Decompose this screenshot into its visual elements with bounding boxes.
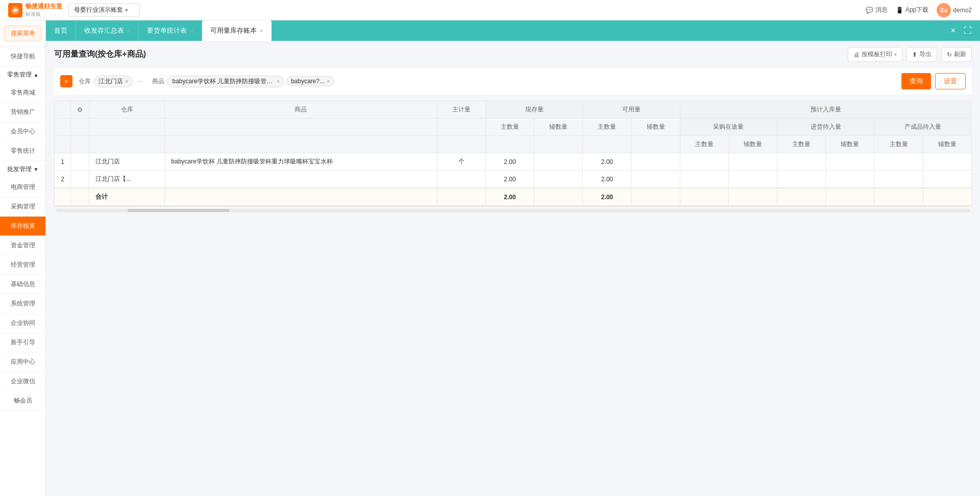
- tab-close-ledger[interactable]: ×: [260, 28, 263, 34]
- footer-avail-main: 2.00: [583, 188, 631, 206]
- td-stock-main-2: 2.00: [485, 171, 534, 188]
- horizontal-scrollbar[interactable]: [54, 206, 972, 214]
- filter-expand-btn[interactable]: »: [60, 75, 72, 87]
- td-stock-aux-2: [534, 171, 583, 188]
- tab-available-ledger[interactable]: 可用量库存账本 ×: [202, 20, 272, 41]
- sidebar-item-vip[interactable]: 畅会员: [0, 391, 45, 411]
- sidebar-item-wecom[interactable]: 企业微信: [0, 372, 45, 391]
- th-empty-8: [583, 136, 631, 153]
- product-tag-1[interactable]: babycare学饮杯 儿童防摔防撞吸管杯重力球吸嘴杯宝宝水杯 ×: [167, 76, 284, 87]
- close-all-tabs-btn[interactable]: ×: [949, 25, 958, 36]
- th-warehouse: 仓库: [89, 101, 165, 119]
- td-pp-main-2: [874, 171, 923, 188]
- sidebar-item-appstore[interactable]: 应用中心: [0, 352, 45, 372]
- print-icon: 🖨: [853, 51, 860, 58]
- sidebar-item-quick-nav[interactable]: 快捷导航: [0, 47, 45, 66]
- sidebar-item-ecommerce[interactable]: 电商管理: [0, 178, 45, 197]
- setting-btn[interactable]: 设置: [935, 73, 966, 89]
- sidebar-item-inventory[interactable]: 库存核算: [0, 217, 45, 236]
- footer-ip-aux: [826, 188, 874, 206]
- sidebar-item-wholesale[interactable]: 批发管理 ▼: [0, 161, 45, 178]
- footer-pt-aux: [728, 188, 777, 206]
- td-pp-aux-2: [923, 171, 971, 188]
- footer-avail-aux: [631, 188, 680, 206]
- td-avail-main-1: 2.00: [583, 153, 631, 171]
- logo: 畅捷通好生意 标准版: [8, 2, 62, 18]
- sidebar-item-finance[interactable]: 资金管理: [0, 236, 45, 255]
- td-unit-1: 个: [437, 153, 485, 171]
- filter-bar: » 仓库 江北门店 × ··· 商品 babycare: [54, 68, 972, 95]
- sidebar-item-retail-mall[interactable]: 零售商城: [0, 83, 45, 103]
- refresh-icon: ↻: [947, 51, 952, 58]
- footer-empty-1: [55, 188, 71, 206]
- th-empty-2: [71, 136, 89, 153]
- avatar: Ea: [937, 3, 951, 17]
- tab-close-receipt[interactable]: ×: [127, 28, 130, 34]
- th-empty-4: [165, 136, 437, 153]
- search-menu-btn[interactable]: 搜索菜单: [4, 26, 41, 41]
- th-warehouse-sub: [89, 119, 165, 136]
- main-layout: 搜索菜单 快捷导航 零售管理 ▲ 零售商城 营销推广 会员中心 零售统计 批发管…: [0, 0, 980, 496]
- th-product-sub: [165, 119, 437, 136]
- top-bar-left: 畅捷通好生意 标准版 母婴行业演示账套 ▾: [8, 2, 140, 18]
- sidebar-item-member[interactable]: 会员中心: [0, 122, 45, 141]
- sidebar-item-operation[interactable]: 经营管理: [0, 255, 45, 275]
- tab-receipt-summary[interactable]: 收发存汇总表 ×: [76, 20, 139, 41]
- th-settings-sub: [71, 119, 89, 136]
- th-production-main: 主数量: [874, 136, 923, 153]
- footer-empty-2: [71, 188, 89, 206]
- remove-product-tag-1-btn[interactable]: ×: [276, 78, 279, 84]
- warehouse-more-btn[interactable]: ···: [135, 77, 146, 86]
- page-actions: 🖨 按模板打印 ▾ ⬆ 导出 ↻ 刷新: [848, 47, 972, 62]
- th-purchase-transit-group: 采购在途量: [680, 119, 777, 136]
- print-template-btn[interactable]: 🖨 按模板打印 ▾: [848, 47, 902, 62]
- td-settings-1: [71, 153, 89, 171]
- footer-stock-aux: [534, 188, 583, 206]
- tab-close-order[interactable]: ×: [190, 28, 193, 34]
- sidebar-item-marketing[interactable]: 营销推广: [0, 103, 45, 122]
- industry-select[interactable]: 母婴行业演示账套 ▾: [68, 3, 140, 17]
- user-profile[interactable]: Ea demo2: [937, 3, 972, 17]
- th-inbound-main: 主数量: [777, 136, 826, 153]
- th-available-main: 主数量: [583, 119, 631, 136]
- export-btn[interactable]: ⬆ 导出: [906, 47, 937, 62]
- sidebar-item-basic[interactable]: 基础信息: [0, 275, 45, 294]
- td-pt-aux-2: [728, 171, 777, 188]
- footer-pt-main: [680, 188, 728, 206]
- sidebar-item-enterprise[interactable]: 企业协同: [0, 314, 45, 333]
- sidebar-item-retail[interactable]: 零售管理 ▲: [0, 66, 45, 83]
- sidebar-item-retail-stats[interactable]: 零售统计: [0, 141, 45, 161]
- th-settings[interactable]: ⚙: [71, 101, 89, 119]
- tab-order-stats[interactable]: 要货单统计表 ×: [139, 20, 202, 41]
- remove-warehouse-tag-btn[interactable]: ×: [125, 78, 128, 84]
- td-avail-main-2: 2.00: [583, 171, 631, 188]
- message-btn[interactable]: 💬 消息: [866, 6, 888, 14]
- fullscreen-btn[interactable]: ⛶: [962, 25, 974, 36]
- th-purchase-aux: 辅数量: [728, 136, 777, 153]
- warehouse-tag-1[interactable]: 江北门店 ×: [94, 76, 133, 87]
- query-btn[interactable]: 查询: [901, 73, 931, 89]
- footer-pp-aux: [923, 188, 971, 206]
- tab-bar: 首页 收发存汇总表 × 要货单统计表 × 可用量库存账本 × × ⛶: [46, 20, 980, 41]
- sidebar-item-newbie[interactable]: 新手引导: [0, 333, 45, 352]
- td-unit-2: [437, 171, 485, 188]
- tab-bar-actions: × ⛶: [943, 25, 980, 36]
- th-stock-aux: 辅数量: [534, 119, 583, 136]
- td-warehouse-1: 江北门店: [89, 153, 165, 171]
- app-download-btn[interactable]: 📱 App下载: [896, 6, 928, 14]
- sidebar-item-system[interactable]: 系统管理: [0, 294, 45, 314]
- sidebar-search-area: 搜索菜单: [0, 20, 45, 47]
- tab-home[interactable]: 首页: [46, 20, 76, 41]
- export-icon: ⬆: [912, 51, 917, 58]
- remove-product-tag-2-btn[interactable]: ×: [327, 78, 330, 84]
- logo-icon: [8, 3, 22, 17]
- warehouse-filter: 仓库 江北门店 × ···: [79, 76, 146, 87]
- table-footer-row: 合计 2.00 2.00: [55, 188, 972, 206]
- th-production-pending-group: 产成品待入量: [874, 119, 972, 136]
- th-main-unit-sub: [437, 119, 485, 136]
- table-row: 1 江北门店 babycare学饮杯 儿童防摔防撞吸管杯重力球吸嘴杯宝宝水杯 个…: [55, 153, 972, 171]
- sidebar-item-purchase[interactable]: 采购管理: [0, 197, 45, 217]
- product-tag-2[interactable]: babycare?... ×: [286, 76, 334, 86]
- scroll-thumb[interactable]: [128, 209, 230, 212]
- refresh-btn[interactable]: ↻ 刷新: [941, 47, 972, 62]
